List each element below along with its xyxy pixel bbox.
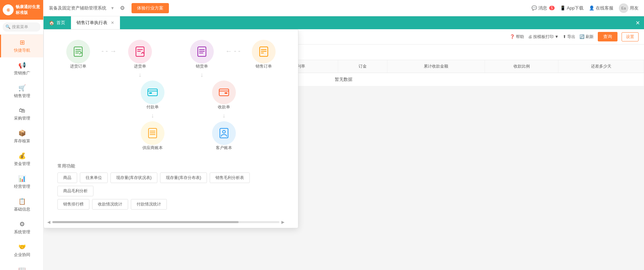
func-btn-product-profit[interactable]: 商品毛利分析 [57, 186, 93, 196]
message-icon: 💬 [532, 5, 537, 11]
inventory-icon: 📦 [18, 129, 26, 137]
svg-rect-17 [148, 89, 157, 96]
topbar: 装备及固定资产辅助管理系统 ▼ ⚙ 体验行业方案 💬 消息 5 📱 App下载 … [43, 0, 644, 16]
popup-overlay: 进货订单 - - → 进货单 [43, 29, 644, 270]
tab-sales-exec-label: 销售订单执行表 [76, 20, 107, 26]
sidebar-item-quick-nav[interactable]: ⊞ 快捷导航 [0, 35, 43, 57]
sidebar-item-operations[interactable]: 📊 经营管理 [0, 171, 43, 194]
app-icon: 📱 [560, 5, 565, 11]
sidebar: ⑥ 畅康通好生意 标准版 🔍 搜索菜单 ⊞ 快捷导航 📢 营销推广 🛒 [0, 0, 43, 270]
content-area: ❓ 帮助 🖨 按模板打印 ▼ ⬆ 导出 🔄 刷新 [43, 29, 644, 270]
purchase-bill-circle[interactable] [128, 40, 152, 64]
payment-bill-label: 付款单 [146, 104, 159, 110]
user-item[interactable]: Ea 用友 [619, 3, 639, 13]
func-buttons-row-2: 销售排行榜 收款情况统计 付款情况统计 [57, 199, 284, 210]
tab-close-icon[interactable]: ✕ [111, 20, 114, 25]
sidebar-logo: ⑥ 畅康通好生意 标准版 [0, 0, 43, 20]
tabbar-spacer [120, 16, 631, 29]
scroll-right-arrow[interactable]: ▶ [281, 220, 284, 224]
sales-bill-label: 销货单 [196, 64, 208, 69]
sidebar-item-sales[interactable]: 🛒 销售管理 [0, 80, 43, 103]
sidebar-item-inventory[interactable]: 📦 库存核算 [0, 125, 43, 148]
svg-text:⑥: ⑥ [6, 7, 10, 12]
sidebar-item-system[interactable]: ⚙ 系统管理 [0, 216, 43, 239]
func-btn-inventory-status[interactable]: 现存量(库存状况表) [110, 173, 157, 183]
flow-col-sales-bill: 销货单 [181, 40, 222, 69]
customer-account-circle[interactable] [212, 121, 236, 145]
message-item[interactable]: 💬 消息 5 [532, 5, 555, 11]
topbar-right: 💬 消息 5 📱 App下载 👤 在线客服 Ea 用友 [532, 3, 639, 13]
tab-sales-exec[interactable]: 销售订单执行表 ✕ [71, 16, 120, 29]
gear-icon[interactable]: ⚙ [120, 5, 125, 11]
flow-col-payment-bill: 付款单 [129, 80, 176, 110]
search-menu-button[interactable]: 🔍 搜索菜单 [3, 22, 40, 32]
svg-rect-22 [225, 92, 227, 94]
home-icon: 🏠 [49, 20, 54, 25]
func-btn-payment-stat[interactable]: 付款情况统计 [131, 199, 167, 210]
payment-bill-circle[interactable] [141, 80, 164, 104]
experience-btn[interactable]: 体验行业方案 [132, 3, 169, 13]
sales-icon: 🛒 [18, 84, 26, 92]
arrow-rec-down: ↓ [200, 110, 248, 121]
receipt-bill-circle[interactable] [212, 80, 236, 104]
flow-col-purchase-order: 进货订单 [57, 40, 99, 69]
logo-icon: ⑥ [3, 4, 14, 15]
sidebar-item-marketing[interactable]: 📢 营销推广 [0, 57, 43, 80]
sidebar-item-enterprise[interactable]: 🤝 企业协同 [0, 239, 43, 262]
finance-icon: 💰 [18, 152, 26, 160]
arrow-pay-down: ↓ [129, 110, 176, 121]
online-service-label: 在线客服 [596, 5, 613, 11]
flow-col-sales-order: 销售订单 [243, 40, 284, 69]
func-btn-sales-rank[interactable]: 销售排行榜 [57, 199, 89, 210]
system-icon: ⚙ [19, 220, 25, 228]
avatar: Ea [619, 3, 628, 13]
flow-col-purchase-bill: 进货单 [119, 40, 160, 69]
sidebar-item-label: 经营管理 [14, 184, 30, 190]
sidebar-nav: ⊞ 快捷导航 📢 营销推广 🛒 销售管理 🛍 采购管理 📦 库存核算 💰 [0, 35, 43, 270]
flow-col-receipt-bill: 收款单 [200, 80, 248, 110]
popup-scrollbar-area: ◀ ▶ [44, 218, 298, 228]
online-service-item[interactable]: 👤 在线客服 [589, 5, 613, 11]
sidebar-item-purchase[interactable]: 🛍 采购管理 [0, 103, 43, 125]
tab-home-label: 首页 [56, 20, 65, 26]
basic-info-icon: 📋 [18, 198, 26, 205]
service-icon: 👤 [589, 5, 594, 11]
sidebar-item-guide[interactable]: 📖 新手引导 [0, 262, 43, 270]
purchase-icon: 🛍 [19, 107, 25, 114]
topbar-arrow-icon[interactable]: ▼ [110, 6, 115, 11]
logo-text: 畅康通好生意 标准版 [16, 4, 40, 16]
svg-rect-19 [149, 92, 152, 94]
popup-box: 进货订单 - - → 进货单 [43, 29, 298, 228]
main-area: 装备及固定资产辅助管理系统 ▼ ⚙ 体验行业方案 💬 消息 5 📱 App下载 … [43, 0, 644, 270]
func-btn-product[interactable]: 商品 [57, 173, 77, 183]
purchase-order-circle[interactable] [66, 40, 90, 64]
sidebar-item-basic-info[interactable]: 📋 基础信息 [0, 194, 43, 216]
sidebar-item-label: 库存核算 [14, 138, 30, 144]
tab-home[interactable]: 🏠 首页 [43, 16, 71, 29]
sidebar-item-label: 快捷导航 [14, 48, 30, 53]
username-label: 用友 [630, 5, 639, 11]
flow-col-supplier-account: 供应商账本 [129, 121, 176, 151]
func-btn-sales-profit[interactable]: 销售毛利分析表 [210, 173, 250, 183]
scroll-left-arrow[interactable]: ◀ [47, 220, 50, 224]
sales-order-circle[interactable] [252, 40, 276, 64]
flow-col-customer-account: 客户账本 [200, 121, 248, 151]
common-functions: 常用功能 商品 往来单位 现存量(库存状况表) 现存量(库存分布表) 销售毛利分… [44, 163, 298, 218]
sidebar-item-finance[interactable]: 💰 资金管理 [0, 148, 43, 171]
arrow-pb-down: ↓ [119, 69, 160, 80]
svg-rect-20 [219, 89, 229, 96]
sales-bill-circle[interactable] [190, 40, 214, 64]
scroll-track[interactable] [52, 221, 279, 223]
sidebar-item-label: 企业协同 [14, 252, 30, 258]
tabbar-close-btn[interactable]: ✕ [631, 16, 644, 29]
app-download-item[interactable]: 📱 App下载 [560, 5, 584, 11]
func-btn-partner[interactable]: 往来单位 [80, 173, 108, 183]
marketing-icon: 📢 [18, 61, 26, 69]
search-icon: 🔍 [5, 24, 11, 29]
func-btn-inventory-dist[interactable]: 现存量(库存分布表) [160, 173, 207, 183]
sidebar-search-area[interactable]: 🔍 搜索菜单 [0, 20, 43, 35]
purchase-order-label: 进货订单 [70, 64, 86, 69]
supplier-account-circle[interactable] [141, 121, 164, 145]
app-download-label: App下载 [567, 5, 584, 11]
func-btn-receipt-stat[interactable]: 收款情况统计 [92, 199, 128, 210]
